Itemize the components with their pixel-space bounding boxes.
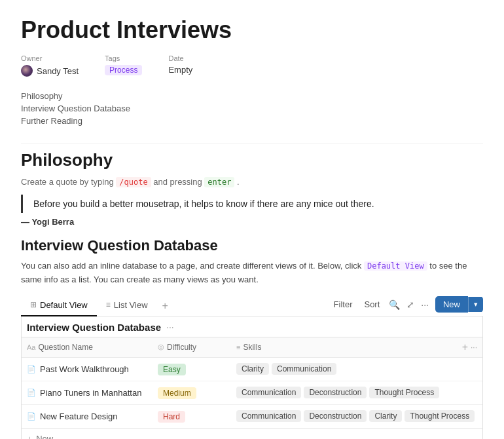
tags-label: Tags [105, 54, 142, 62]
group-icon[interactable]: ⤢ [406, 299, 414, 310]
table-row: 📄 New Feature Design Hard Communication … [22, 405, 482, 429]
quote-command: /quote [116, 177, 151, 187]
database-section: Interview Question Database You can also… [21, 237, 483, 439]
col-question-name: Aa Question Name [22, 340, 153, 354]
row1-name: Past Work Walkthrough [40, 364, 129, 374]
search-icon[interactable]: 🔍 [389, 299, 400, 310]
more-icon[interactable]: ··· [421, 299, 429, 310]
tab-default-view[interactable]: ⊞ Default View [21, 296, 97, 316]
row2-name-cell[interactable]: 📄 Piano Tuners in Manhattan [22, 384, 153, 402]
add-view-button[interactable]: + [157, 296, 173, 316]
philosophy-section: Philosophy Create a quote by typing /quo… [21, 150, 483, 227]
default-view-tag: Default View [364, 261, 427, 271]
col-add: + ··· [443, 341, 482, 353]
add-row-plus-icon: + [27, 434, 32, 439]
row3-skill-clarity: Clarity [369, 410, 402, 422]
date-value: Empty [168, 65, 192, 75]
philosophy-instruction: Create a quote by typing /quote and pres… [21, 177, 483, 187]
owner-avatar [21, 65, 33, 77]
col-name-label: Question Name [38, 343, 92, 352]
col-skills: ≡ Skills [231, 340, 443, 354]
tags-value: Process [105, 65, 142, 75]
add-row-label: New [36, 434, 53, 439]
row1-skill-clarity: Clarity [236, 363, 269, 375]
row3-skill-communication: Communication [236, 410, 301, 422]
add-row-button[interactable]: + New [22, 429, 482, 439]
row3-difficulty-cell[interactable]: Hard [153, 406, 231, 427]
table-icon: ⊞ [30, 300, 37, 309]
db-title-row: Interview Question Database ··· [22, 316, 482, 337]
row1-name-cell[interactable]: 📄 Past Work Walkthrough [22, 360, 153, 378]
col-skills-label: Skills [243, 343, 261, 352]
row3-skill-deconstruction: Deconstruction [304, 410, 367, 422]
row1-skills-cell[interactable]: Clarity Communication [231, 359, 482, 379]
toc-philosophy[interactable]: Philosophy [21, 90, 483, 102]
row2-name: Piano Tuners in Manhattan [40, 388, 141, 398]
col-more-button[interactable]: ··· [471, 343, 477, 352]
meta-tags: Tags Process [105, 54, 142, 77]
row2-skills-cell[interactable]: Communication Deconstruction Thought Pro… [231, 383, 482, 402]
page-title: Product Interviews [21, 16, 483, 44]
meta-owner: Owner Sandy Test [21, 54, 79, 77]
row1-difficulty-cell[interactable]: Easy [153, 359, 231, 379]
blockquote: Before you build a better mousetrap, it … [21, 195, 483, 213]
col-difficulty: ◎ Difficulty [153, 340, 231, 354]
row2-skill-deconstruction: Deconstruction [304, 387, 367, 398]
date-label: Date [168, 54, 192, 62]
page-doc-icon: 📄 [27, 412, 36, 421]
db-table-container: Interview Question Database ··· Aa Quest… [21, 316, 483, 439]
table-of-contents: Philosophy Interview Question Database F… [21, 90, 483, 127]
add-col-button[interactable]: + [462, 341, 468, 353]
row3-skills-cell[interactable]: Communication Deconstruction Clarity Tho… [231, 406, 482, 426]
quote-text: Before you build a better mousetrap, it … [33, 199, 374, 209]
meta-row: Owner Sandy Test Tags Process Date Empty [21, 54, 483, 77]
row2-skill-communication: Communication [236, 387, 301, 398]
table-row: 📄 Piano Tuners in Manhattan Medium Commu… [22, 381, 482, 405]
row3-skill-thought-process: Thought Process [405, 410, 475, 422]
tags-badge[interactable]: Process [105, 65, 142, 75]
row3-difficulty-badge: Hard [158, 411, 185, 423]
table-row: 📄 Past Work Walkthrough Easy Clarity Com… [22, 358, 482, 381]
owner-label: Owner [21, 54, 79, 62]
meta-date: Date Empty [168, 54, 192, 77]
new-button-wrapper: New ▾ [435, 296, 483, 313]
view-actions: Filter Sort 🔍 ⤢ ··· New ▾ [331, 296, 483, 315]
db-table-title: Interview Question Database [27, 322, 161, 333]
owner-value: Sandy Test [21, 65, 79, 77]
tab-list-view[interactable]: ≡ List View [97, 296, 157, 316]
page-container: Product Interviews Owner Sandy Test Tags… [0, 0, 504, 439]
col-difficulty-label: Difficulty [167, 343, 196, 352]
row2-difficulty-badge: Medium [158, 387, 196, 399]
multiselect-col-icon: ≡ [236, 343, 240, 351]
select-col-icon: ◎ [158, 343, 164, 351]
db-title-menu[interactable]: ··· [166, 322, 174, 332]
toc-further-reading[interactable]: Further Reading [21, 115, 483, 127]
quote-attribution: — Yogi Berra [21, 217, 483, 227]
tab-default-label: Default View [40, 300, 88, 310]
db-description: You can also add an inline database to a… [21, 259, 483, 287]
row3-name: New Feature Design [40, 411, 118, 421]
philosophy-heading: Philosophy [21, 150, 483, 170]
row2-difficulty-cell[interactable]: Medium [153, 383, 231, 403]
new-main-button[interactable]: New [435, 296, 468, 313]
page-doc-icon: 📄 [27, 389, 36, 397]
view-tabs: ⊞ Default View ≡ List View + Filter Sort… [21, 296, 483, 316]
page-doc-icon: 📄 [27, 365, 36, 373]
row1-difficulty-badge: Easy [158, 364, 186, 375]
row1-skill-communication: Communication [272, 363, 336, 375]
owner-name: Sandy Test [37, 66, 79, 76]
tab-list-label: List View [114, 300, 148, 310]
list-icon: ≡ [106, 300, 111, 309]
row2-skill-thought-process: Thought Process [369, 387, 439, 398]
text-col-icon: Aa [27, 343, 35, 351]
db-section-heading: Interview Question Database [21, 237, 483, 254]
row3-name-cell[interactable]: 📄 New Feature Design [22, 408, 153, 425]
date-text: Empty [168, 65, 192, 75]
enter-command: enter [204, 177, 234, 187]
sort-button[interactable]: Sort [361, 298, 382, 311]
db-columns: Aa Question Name ◎ Difficulty ≡ Skills +… [22, 337, 482, 358]
filter-button[interactable]: Filter [331, 298, 355, 311]
new-dropdown-button[interactable]: ▾ [468, 297, 483, 312]
toc-interview-db[interactable]: Interview Question Database [21, 102, 483, 115]
